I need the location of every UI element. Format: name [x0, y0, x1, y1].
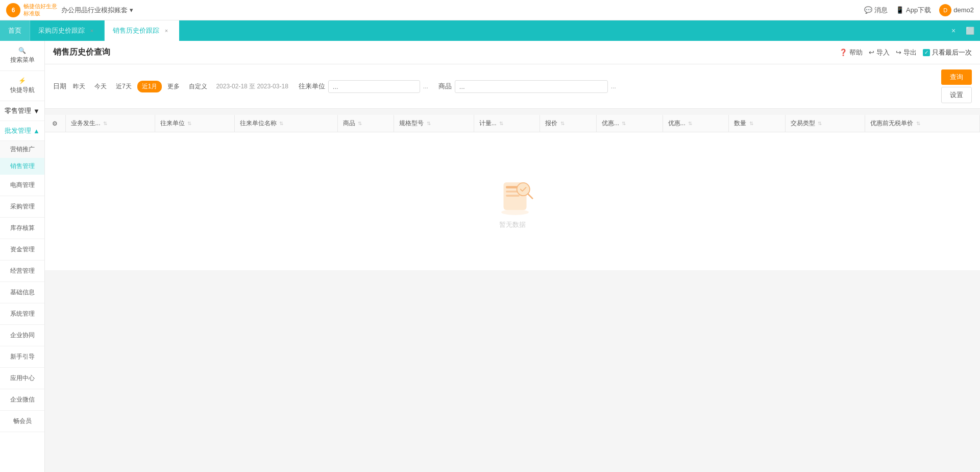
tab-sales-history[interactable]: 销售历史价跟踪 ×	[105, 20, 179, 41]
avatar: D	[939, 4, 951, 16]
date-label: 日期	[53, 82, 66, 91]
workspace-arrow: ▾	[130, 6, 133, 14]
date-btn-7days[interactable]: 近7天	[112, 81, 135, 92]
main-area: 🔍 搜索菜单 ⚡ 快捷导航 零售管理 ▼ 批发管理 ▲ 营销推广 销售管理 电商…	[0, 41, 980, 472]
sidebar-item-app-center[interactable]: 应用中心	[0, 368, 44, 389]
logo-area: 6 畅捷信好生意 标准版	[6, 3, 57, 17]
date-btn-yesterday[interactable]: 昨天	[69, 81, 89, 92]
workspace-selector[interactable]: 办公用品行业模拟账套 ▾	[61, 6, 133, 15]
latest-only-checkbox-label[interactable]: ✓ 只看最后一次	[923, 48, 972, 57]
brand-text: 畅捷信好生意 标准版	[23, 3, 57, 16]
data-table: ⚙ 业务发生... ⇅ 往来单位 ⇅ 往来单位名称 ⇅ 商品 ⇅ 规格型号 ⇅ …	[45, 115, 980, 132]
page-header: 销售历史价查询 ❓ 帮助 ↩ 导入 ↪ 导出 ✓	[45, 41, 980, 64]
col-biz-date[interactable]: 业务发生... ⇅	[65, 115, 155, 132]
restore-window-button[interactable]: ⬜	[964, 25, 976, 37]
goods-more[interactable]: ...	[611, 83, 616, 90]
sidebar-item-search-menu[interactable]: 🔍 搜索菜单	[0, 41, 44, 71]
tab-purchase-history[interactable]: 采购历史价跟踪 ×	[30, 20, 105, 41]
sidebar-item-marketing[interactable]: 营销推广	[0, 141, 44, 158]
counterparty-label: 往来单位	[299, 82, 325, 91]
sidebar-item-finance-mgmt[interactable]: 资金管理	[0, 239, 44, 261]
page-title: 销售历史价查询	[53, 47, 110, 58]
date-filter: 日期 昨天 今天 近7天 近1月 更多 自定义 2023-02-18 至 202…	[53, 81, 288, 92]
col-discount2[interactable]: 优惠... ⇅	[663, 115, 729, 132]
tabbar: 首页 采购历史价跟踪 × 销售历史价跟踪 × × ⬜	[0, 20, 980, 41]
col-discount1[interactable]: 优惠... ⇅	[597, 115, 663, 132]
sidebar-item-wholesale-mgmt[interactable]: 批发管理 ▲	[0, 121, 44, 141]
sidebar-item-enterprise-collab[interactable]: 企业协同	[0, 325, 44, 346]
empty-text: 暂无数据	[499, 220, 526, 229]
col-unit[interactable]: 计量... ⇅	[474, 115, 540, 132]
import-button[interactable]: ↩ 导入	[869, 48, 890, 57]
date-btn-custom[interactable]: 自定义	[185, 81, 211, 92]
sidebar-item-enterprise-wechat[interactable]: 企业微信	[0, 389, 44, 411]
sidebar-item-ops-mgmt[interactable]: 经营管理	[0, 261, 44, 282]
topbar: 6 畅捷信好生意 标准版 办公用品行业模拟账套 ▾ 💬 消息 📱 App下载 D…	[0, 0, 980, 20]
sidebar-item-quick-nav[interactable]: ⚡ 快捷导航	[0, 71, 44, 101]
col-gear[interactable]: ⚙	[45, 115, 65, 132]
counterparty-filter: 往来单位 ...	[299, 80, 428, 93]
page-title-bar: 销售历史价查询 ❓ 帮助 ↩ 导入 ↪ 导出 ✓	[53, 47, 972, 64]
counterparty-input[interactable]	[328, 80, 420, 93]
logo-icon: 6	[6, 3, 20, 17]
col-trade-type[interactable]: 交易类型 ⇅	[786, 115, 865, 132]
svg-rect-4	[506, 195, 520, 197]
col-quantity[interactable]: 数量 ⇅	[729, 115, 786, 132]
col-spec[interactable]: 规格型号 ⇅	[394, 115, 474, 132]
empty-icon	[492, 173, 533, 214]
col-counterparty-name[interactable]: 往来单位名称 ⇅	[234, 115, 337, 132]
user-profile[interactable]: D demo2	[939, 4, 974, 16]
export-button[interactable]: ↪ 导出	[896, 48, 917, 57]
date-btn-today[interactable]: 今天	[91, 81, 110, 92]
sidebar-item-inventory[interactable]: 库存核算	[0, 218, 44, 239]
goods-filter: 商品 ...	[438, 80, 616, 93]
close-window-button[interactable]: ×	[947, 25, 960, 37]
sidebar-item-basic-info[interactable]: 基础信息	[0, 282, 44, 303]
sidebar-item-ecomm-mgmt[interactable]: 电商管理	[0, 175, 44, 196]
quick-nav-icon: ⚡	[18, 77, 26, 84]
col-pre-tax-price[interactable]: 优惠前无税单价 ⇅	[865, 115, 980, 132]
latest-only-checkbox[interactable]: ✓	[923, 49, 930, 56]
tab-window-controls: × ⬜	[947, 25, 980, 37]
svg-point-0	[501, 209, 529, 215]
date-btn-more[interactable]: 更多	[164, 81, 183, 92]
date-range-display: 2023-02-18 至 2023-03-18	[216, 82, 288, 91]
search-bar: 日期 昨天 今天 近7天 近1月 更多 自定义 2023-02-18 至 202…	[45, 64, 980, 109]
sidebar-item-sales-mgmt[interactable]: 销售管理	[0, 158, 44, 175]
msg-icon: 💬	[864, 6, 872, 14]
retail-mgmt-arrow: ▼	[33, 107, 40, 115]
msg-button[interactable]: 💬 消息	[864, 6, 888, 15]
date-btn-1month[interactable]: 近1月	[137, 81, 162, 92]
sidebar-item-new-user-guide[interactable]: 新手引导	[0, 346, 44, 368]
table-container: ⚙ 业务发生... ⇅ 往来单位 ⇅ 往来单位名称 ⇅ 商品 ⇅ 规格型号 ⇅ …	[45, 115, 980, 270]
settings-button[interactable]: 设置	[941, 87, 972, 103]
svg-line-6	[528, 194, 532, 199]
col-counterparty[interactable]: 往来单位 ⇅	[155, 115, 234, 132]
counterparty-more[interactable]: ...	[423, 83, 428, 90]
sidebar: 🔍 搜索菜单 ⚡ 快捷导航 零售管理 ▼ 批发管理 ▲ 营销推广 销售管理 电商…	[0, 41, 45, 472]
import-icon: ↩	[869, 49, 874, 56]
col-quote[interactable]: 报价 ⇅	[540, 115, 597, 132]
query-button[interactable]: 查询	[941, 69, 972, 85]
topbar-right: 💬 消息 📱 App下载 D demo2	[864, 4, 974, 16]
tab-sales-history-close[interactable]: ×	[162, 27, 170, 35]
sidebar-item-purchase-mgmt[interactable]: 采购管理	[0, 196, 44, 218]
tab-home-label: 首页	[8, 26, 21, 35]
tab-home[interactable]: 首页	[0, 20, 30, 41]
wholesale-mgmt-arrow: ▲	[33, 127, 40, 135]
goods-input[interactable]	[455, 80, 608, 93]
tab-purchase-history-label: 采购历史价跟踪	[38, 26, 85, 35]
goods-label: 商品	[438, 82, 452, 91]
sidebar-item-retail-mgmt[interactable]: 零售管理 ▼	[0, 101, 44, 121]
tab-sales-history-label: 销售历史价跟踪	[113, 26, 159, 35]
sidebar-item-system-mgmt[interactable]: 系统管理	[0, 303, 44, 325]
help-button[interactable]: ❓ 帮助	[839, 48, 863, 57]
content-area: 销售历史价查询 ❓ 帮助 ↩ 导入 ↪ 导出 ✓	[45, 41, 980, 472]
page-actions: ❓ 帮助 ↩ 导入 ↪ 导出 ✓ 只看最后一次	[839, 48, 972, 57]
app-icon: 📱	[896, 6, 904, 14]
sidebar-item-member[interactable]: 畅会员	[0, 411, 44, 432]
action-buttons: 查询 设置	[941, 69, 972, 103]
tab-purchase-history-close[interactable]: ×	[88, 27, 96, 35]
col-goods[interactable]: 商品 ⇅	[337, 115, 394, 132]
app-download-button[interactable]: 📱 App下载	[896, 6, 931, 15]
